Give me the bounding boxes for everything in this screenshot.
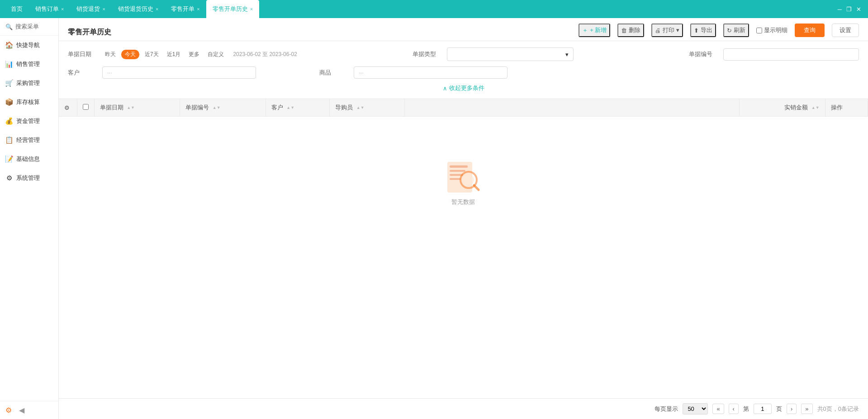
display-checkbox[interactable] <box>756 28 762 33</box>
th-settings[interactable]: ⚙ <box>59 99 77 117</box>
tab-retail-open-history[interactable]: 零售开单历史 × <box>206 0 259 18</box>
sidebar-item-quick-nav[interactable]: 🏠 快捷导航 <box>0 36 58 55</box>
page-header: 零售开单历史 ＋ + 新增 🗑 删除 🖨 打印 ▾ ⬆ 导出 <box>59 18 868 41</box>
sidebar-settings-icon[interactable]: ⚙ <box>5 406 12 414</box>
tab-sales-order[interactable]: 销售订单 × <box>29 0 70 18</box>
tab-retail-open-label: 零售开单 <box>171 5 194 13</box>
print-icon: 🖨 <box>655 27 661 34</box>
display-toggle[interactable]: 显示明细 <box>756 26 787 34</box>
select-all-checkbox[interactable] <box>83 104 89 110</box>
export-button[interactable]: ⬆ 导出 <box>690 24 716 37</box>
th-number[interactable]: 单据编号 ▲▼ <box>180 99 266 117</box>
sidebar-item-sales-mgmt[interactable]: 📊 销售管理 <box>0 55 58 74</box>
th-customer[interactable]: 客户 ▲▼ <box>266 99 329 117</box>
tab-retail-open-history-label: 零售开单历史 <box>213 5 248 13</box>
close-window-button[interactable]: ✕ <box>856 6 861 13</box>
close-sales-return-icon[interactable]: × <box>102 6 105 12</box>
sidebar-bottom: ⚙ ◀ <box>0 401 58 419</box>
sidebar-item-quick-nav-label: 快捷导航 <box>16 41 40 49</box>
tab-sales-return[interactable]: 销货退货 × <box>70 0 111 18</box>
page-number-input[interactable] <box>754 404 772 414</box>
restore-button[interactable]: ❐ <box>846 6 852 13</box>
cart-icon: 🛒 <box>5 80 13 87</box>
print-button[interactable]: 🖨 打印 ▾ <box>651 24 683 37</box>
table-header-row: ⚙ 单据日期 ▲▼ 单据编号 ▲▼ <box>59 99 868 117</box>
sidebar-item-system[interactable]: ⚙ 系统管理 <box>0 169 58 188</box>
th-date[interactable]: 单据日期 ▲▼ <box>94 99 180 117</box>
tab-sales-return-history[interactable]: 销货退货历史 × <box>112 0 165 18</box>
sidebar-item-inventory[interactable]: 📦 库存核算 <box>0 93 58 112</box>
add-button[interactable]: ＋ + 新增 <box>579 24 610 37</box>
minimize-button[interactable]: ─ <box>838 6 842 13</box>
sidebar-item-operations[interactable]: 📋 经营管理 <box>0 131 58 150</box>
tab-home[interactable]: 首页 <box>5 0 29 18</box>
top-nav-bar: 首页 销售订单 × 销货退货 × 销货退货历史 × 零售开单 × 零售开单历史 … <box>0 0 868 18</box>
display-label: 显示明细 <box>764 26 787 34</box>
goods-select[interactable]: ··· <box>354 66 508 79</box>
svg-point-6 <box>463 174 474 185</box>
page-label-after: 页 <box>776 405 782 413</box>
goods-placeholder: ··· <box>359 69 364 76</box>
type-select[interactable]: ▾ <box>447 47 574 61</box>
tab-home-label: 首页 <box>11 5 23 13</box>
total-info: 共0页，0条记录 <box>817 405 859 413</box>
chart-icon: 📊 <box>5 61 13 68</box>
th-guide[interactable]: 导购员 ▲▼ <box>330 99 405 117</box>
delete-button[interactable]: 🗑 删除 <box>617 24 644 37</box>
close-retail-open-icon[interactable]: × <box>197 6 199 12</box>
th-amount[interactable]: 实销金额 ▲▼ <box>739 99 825 117</box>
sort-customer-icon: ▲▼ <box>286 106 294 110</box>
sidebar-item-basic-info[interactable]: 📝 基础信息 <box>0 150 58 169</box>
date-1month[interactable]: 近1月 <box>164 50 184 59</box>
first-page-button[interactable]: « <box>712 404 724 414</box>
refresh-icon: ↻ <box>727 27 732 34</box>
collapse-arrow-icon: ∧ <box>443 85 447 92</box>
svg-rect-1 <box>450 165 468 168</box>
close-retail-open-history-icon[interactable]: × <box>250 6 253 12</box>
close-sales-order-icon[interactable]: × <box>61 6 64 12</box>
date-7days[interactable]: 近7天 <box>142 50 161 59</box>
sidebar-item-purchase-mgmt[interactable]: 🛒 采购管理 <box>0 74 58 93</box>
prev-page-button[interactable]: ‹ <box>729 404 739 414</box>
customer-select[interactable]: ··· <box>102 66 256 79</box>
th-spacer <box>404 99 739 117</box>
nav-tabs: 首页 销售订单 × 销货退货 × 销货退货历史 × 零售开单 × 零售开单历史 … <box>5 0 838 18</box>
close-sales-return-history-icon[interactable]: × <box>156 6 158 12</box>
collapse-label: 收起更多条件 <box>449 84 484 92</box>
sidebar-item-basic-info-label: 基础信息 <box>16 155 40 163</box>
next-page-button[interactable]: › <box>787 404 797 414</box>
collapse-btn[interactable]: ∧ 收起更多条件 <box>68 84 859 92</box>
tab-sales-return-label: 销货退货 <box>76 5 100 13</box>
date-yesterday[interactable]: 昨天 <box>102 50 119 59</box>
sidebar-item-operations-label: 经营管理 <box>16 136 40 144</box>
sort-guide-icon: ▲▼ <box>356 106 365 110</box>
ops-icon: 📋 <box>5 137 13 144</box>
page-size-label: 每页显示 <box>655 405 678 413</box>
refresh-button[interactable]: ↻ 刷新 <box>723 24 749 37</box>
number-input[interactable] <box>723 48 859 61</box>
last-page-button[interactable]: » <box>801 404 812 414</box>
pagination-bar: 每页显示 50 100 200 « ‹ 第 页 › » 共0页，0条记录 <box>59 398 868 419</box>
query-button[interactable]: 查询 <box>795 24 825 37</box>
data-table: ⚙ 单据日期 ▲▼ 单据编号 ▲▼ <box>59 99 868 242</box>
page-size-select[interactable]: 50 100 200 <box>683 403 708 414</box>
settings-icon[interactable]: ⚙ <box>64 104 70 111</box>
svg-rect-4 <box>450 178 461 180</box>
date-custom[interactable]: 自定义 <box>205 50 227 59</box>
sidebar-item-purchase-mgmt-label: 采购管理 <box>16 79 40 87</box>
search-icon: 🔍 <box>5 24 13 30</box>
date-more[interactable]: 更多 <box>186 50 202 59</box>
svg-line-7 <box>474 185 479 190</box>
sort-number-icon: ▲▼ <box>213 106 221 110</box>
sidebar-collapse-icon[interactable]: ◀ <box>19 406 24 414</box>
sidebar-search[interactable]: 🔍 搜索采单 <box>0 18 58 36</box>
home-icon: 🏠 <box>5 42 13 49</box>
export-icon: ⬆ <box>694 27 699 34</box>
th-checkbox[interactable] <box>77 99 94 117</box>
setting-button[interactable]: 设置 <box>832 24 859 37</box>
sidebar-item-finance[interactable]: 💰 资金管理 <box>0 112 58 131</box>
date-label: 单据日期 <box>68 50 93 58</box>
customer-label: 客户 <box>68 69 93 77</box>
date-today[interactable]: 今天 <box>121 50 139 59</box>
tab-retail-open[interactable]: 零售开单 × <box>165 0 206 18</box>
